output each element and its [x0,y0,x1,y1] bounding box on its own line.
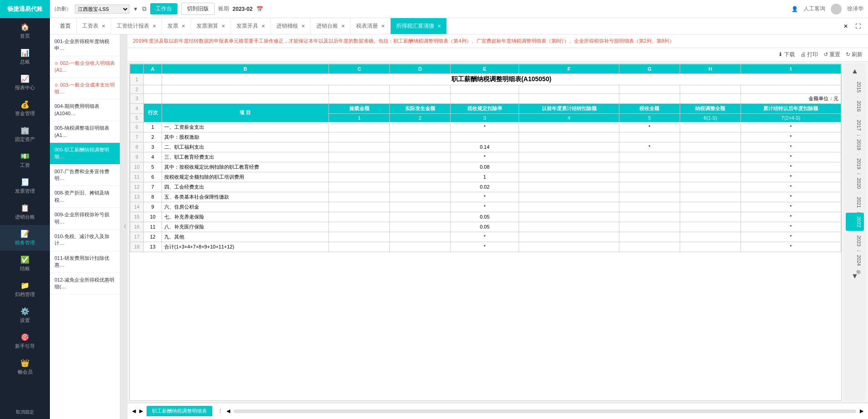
cell-i[interactable]: * [740,232,841,242]
cell-c[interactable] [329,122,390,132]
sidebar-item-purchases[interactable]: 📋 进销台账 [0,199,50,225]
tab-close-icon[interactable]: ✕ [841,23,851,29]
cell-d[interactable] [390,222,451,232]
scroll-right-icon[interactable]: ▶ [860,408,863,414]
cell-i[interactable]: * [740,182,841,192]
year-2015[interactable]: 2015年 [846,78,864,96]
left-item-010[interactable]: 010-免税、减计收入及加计… [50,229,120,251]
year-2016[interactable]: 2016年 [846,97,864,115]
left-item-005[interactable]: 005-纳税调整项目明细表(A1… [50,121,120,143]
cell-i[interactable]: * [740,192,841,202]
cell-f[interactable] [519,122,619,132]
cell-i[interactable]: * [740,222,841,232]
cell-e[interactable]: 0.08 [451,162,519,172]
cell-c[interactable] [329,202,390,212]
tab-sales-ledger-close[interactable]: ✕ [341,24,345,29]
cell-f[interactable] [519,172,619,182]
calendar-icon[interactable]: 📅 [256,6,263,12]
cell-e[interactable]: 1 [451,172,519,182]
sheet-tab[interactable]: 职工薪酬纳税调整明细表 [147,406,212,416]
year-2019[interactable]: 2019年 [846,155,864,173]
cell-item[interactable]: 八、补充医疗保险 [162,222,329,232]
cell-i[interactable]: * [740,172,841,182]
year-2023[interactable]: 2023年 [846,232,864,250]
year-2021[interactable]: 2021年 [846,193,864,211]
cell-row-num[interactable]: 13 [144,242,162,252]
cell-d[interactable] [390,162,451,172]
cell-d[interactable] [390,192,451,202]
cell-row-num[interactable]: 12 [144,232,162,242]
tab-sales-check-close[interactable]: ✕ [301,24,305,29]
cell-d[interactable] [390,122,451,132]
print-button[interactable]: 🖨 打印 [800,51,818,58]
tab-tax-register-close[interactable]: ✕ [381,24,385,29]
switch-button[interactable]: 切到旧版 [181,3,215,15]
cell-d[interactable] [390,152,451,162]
cell-row-num[interactable]: 2 [144,132,162,142]
cell-item[interactable]: 按税收规定全额扣除的职工培训费用 [162,172,329,182]
cell-h[interactable] [680,172,740,182]
sidebar-item-reports[interactable]: 📈 报表中心 [0,70,50,96]
cell-item[interactable]: 二、职工福利支出 [162,142,329,152]
cell-row-num[interactable]: 11 [144,222,162,232]
reset-button[interactable]: ↺ 重置 [824,51,840,58]
left-item-009[interactable]: 009-企业所得税弥补亏损明… [50,208,120,229]
cell-c[interactable] [329,182,390,192]
cell-3H[interactable] [680,93,740,103]
cell-i[interactable]: * [740,152,841,162]
cell-3F[interactable] [519,93,619,103]
tab-invoice-calc[interactable]: 发票测算 ✕ [191,18,231,34]
tab-invoice-open-close[interactable]: ✕ [261,24,265,29]
cell-f[interactable] [519,132,619,142]
cell-e[interactable] [451,132,519,142]
cell-e[interactable]: * [451,192,519,202]
sidebar-item-ledger[interactable]: 📊 总账 [0,44,50,70]
cell-h[interactable] [680,152,740,162]
cell-g[interactable] [619,202,680,212]
cell-i[interactable]: * [740,162,841,172]
sidebar-item-guide[interactable]: 🎯 新手引导 [0,328,50,354]
sidebar-item-archive[interactable]: 📁 归档管理 [0,277,50,302]
left-item-001[interactable]: 001-企业所得税年度纳税申… [50,34,120,56]
cell-h[interactable] [680,222,740,232]
cell-g[interactable] [619,232,680,242]
tab-sales-ledger[interactable]: 进销台账 ✕ [311,18,351,34]
cell-e[interactable]: * [451,122,519,132]
cell-d[interactable] [390,232,451,242]
cell-e[interactable]: * [451,202,519,212]
cell-i[interactable]: * [740,202,841,212]
cell-item[interactable]: 合计(1+3+4+7+8+9+10+11+12) [162,242,329,252]
year-scroll-up[interactable]: ▲ [849,65,860,77]
cell-3D[interactable] [390,93,451,103]
sheet-menu-icon[interactable]: ⋮ [218,408,223,414]
cell-2B[interactable] [162,85,329,93]
cell-c[interactable] [329,132,390,142]
cell-d[interactable] [390,212,451,222]
year-2020[interactable]: 2020年 [846,174,864,192]
cell-f[interactable] [519,162,619,172]
year-scroll-down[interactable]: ▼ [849,270,860,282]
company-dropdown-icon[interactable]: ▼ [133,6,138,12]
download-button[interactable]: ⬇ 下载 [778,51,795,58]
user-label[interactable]: 徐泽华 [847,5,863,13]
cell-g[interactable] [619,182,680,192]
cell-item[interactable]: 七、补充养老保险 [162,212,329,222]
tab-income-tax[interactable]: 所得税汇算清缴 ✕ [391,18,447,34]
cell-h[interactable] [680,162,740,172]
cell-row-num[interactable]: 5 [144,162,162,172]
cell-h[interactable] [680,182,740,192]
help-icon[interactable]: 👤 [791,6,798,12]
cell-row-num[interactable]: 3 [144,142,162,152]
cell-row-num[interactable]: 7 [144,182,162,192]
cell-g[interactable] [619,242,680,252]
tab-payroll-close[interactable]: ✕ [102,24,105,29]
cell-f[interactable] [519,182,619,192]
cell-f[interactable] [519,152,619,162]
scroll-left-icon[interactable]: ◀ [226,408,230,414]
cell-e[interactable]: 0.14 [451,142,519,152]
horizontal-scrollbar[interactable] [234,409,856,413]
cell-c[interactable] [329,142,390,152]
left-item-012[interactable]: 012-减免企业所得税优惠明细(… [50,273,120,295]
sidebar-item-member[interactable]: 👑 畅会员 [0,354,50,380]
user-avatar[interactable] [831,4,842,15]
